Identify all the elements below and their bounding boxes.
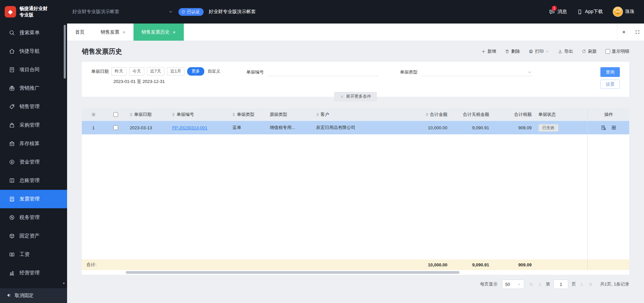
- prev-page-icon[interactable]: [537, 282, 542, 287]
- user-menu[interactable]: 珠珠: [613, 7, 635, 17]
- doc-no-input[interactable]: [268, 68, 378, 76]
- home-icon: [9, 48, 15, 54]
- cell-doc-no: FP-20230313-001: [169, 121, 229, 134]
- print-button[interactable]: 打印: [529, 48, 549, 54]
- app-download-button[interactable]: App下载: [577, 9, 603, 15]
- add-label: 新增: [487, 48, 496, 54]
- column-header-doc-type[interactable]: 单据类型: [229, 108, 266, 121]
- column-header-doc-date[interactable]: 单据日期: [126, 108, 169, 121]
- column-header-total-no-tax[interactable]: 合计无税金额: [451, 108, 493, 121]
- sidebar-item-invoice[interactable]: 发票管理: [0, 190, 67, 208]
- sort-icon[interactable]: [172, 113, 175, 116]
- column-header-tax[interactable]: 合计税额: [492, 108, 535, 121]
- sidebar-item-tax[interactable]: 税务管理: [0, 208, 67, 227]
- column-header-doc-no[interactable]: 单据编号: [169, 108, 229, 121]
- per-page-select[interactable]: 50: [502, 279, 524, 289]
- fullscreen-icon[interactable]: [631, 24, 644, 41]
- cell-total-no-tax: 9,090.91: [451, 121, 493, 134]
- tab-close-icon[interactable]: ×: [122, 30, 125, 35]
- unpin-label: 取消固定: [15, 293, 34, 299]
- tab-sales-invoice[interactable]: 销售发票 ×: [93, 24, 133, 41]
- row-checkbox[interactable]: [113, 125, 118, 130]
- show-detail-checkbox[interactable]: [605, 49, 610, 54]
- preview-doc-icon[interactable]: [601, 125, 606, 131]
- sort-icon[interactable]: [130, 113, 132, 116]
- user-name: 珠珠: [625, 9, 635, 15]
- column-header-bill-type[interactable]: 票据类型: [266, 108, 313, 121]
- sidebar-item-partial[interactable]: [0, 282, 67, 288]
- page-number-input[interactable]: [553, 279, 568, 289]
- sort-icon[interactable]: [232, 113, 235, 116]
- sidebar-item-funds[interactable]: 资金管理: [0, 153, 67, 171]
- refresh-button[interactable]: 刷新: [582, 48, 597, 54]
- date-last7days-button[interactable]: 近7天: [147, 67, 164, 76]
- close-all-icon[interactable]: ×: [617, 24, 631, 41]
- certified-badge[interactable]: 已认证: [178, 8, 204, 16]
- settings-button[interactable]: 设置: [600, 80, 620, 89]
- last-page-icon[interactable]: [588, 282, 593, 287]
- sidebar-item-project-contract[interactable]: 项目合同: [0, 60, 67, 79]
- sidebar-item-marketing[interactable]: 营销推广: [0, 79, 67, 97]
- table-row[interactable]: 1 2023-03-13 FP-20230313-001 蓝单 增值税专用...…: [82, 121, 629, 134]
- date-today-button[interactable]: 今天: [129, 67, 144, 76]
- ledger-book-icon: [9, 177, 15, 184]
- grid-more-icon[interactable]: [611, 125, 616, 130]
- title-row: 销售发票历史 新增 删除 打印: [82, 41, 629, 62]
- sidebar-item-payroll[interactable]: 工资: [0, 245, 67, 264]
- expand-more-button[interactable]: 展开更多条件: [334, 92, 377, 101]
- messages-button[interactable]: 1 消息: [549, 9, 567, 15]
- page-suffix: 页: [572, 281, 576, 287]
- tab-home[interactable]: 首页: [67, 24, 93, 41]
- column-header-status[interactable]: 单据状态: [535, 108, 581, 121]
- date-yesterday-button[interactable]: 昨天: [111, 67, 126, 76]
- chanjet-logo-icon: ◆: [5, 6, 16, 17]
- sidebar-scroll-down-icon[interactable]: ▾: [63, 281, 65, 286]
- cell-doc-type: 蓝单: [229, 121, 266, 134]
- column-label: 合计金额: [430, 112, 447, 118]
- sort-icon[interactable]: [316, 113, 319, 116]
- search-icon: [9, 30, 15, 36]
- per-page-label: 每页显示: [480, 281, 497, 287]
- tab-close-icon[interactable]: ×: [173, 30, 176, 35]
- add-button[interactable]: 新增: [481, 48, 496, 54]
- delete-button[interactable]: 删除: [505, 48, 520, 54]
- sidebar-item-operations[interactable]: 经营管理: [0, 264, 67, 282]
- show-detail-toggle[interactable]: 显示明细: [605, 48, 629, 54]
- horizontal-scrollbar-thumb[interactable]: [126, 271, 460, 274]
- sort-icon[interactable]: [426, 113, 428, 116]
- date-more-button[interactable]: 更多: [187, 67, 204, 76]
- date-custom-button[interactable]: 自定义: [207, 68, 221, 75]
- funds-coin-icon: [9, 159, 15, 165]
- doc-no-link[interactable]: FP-20230313-001: [172, 125, 207, 130]
- account-selector[interactable]: 好业财专业版演示帐套: [72, 9, 173, 15]
- sidebar-item-inventory[interactable]: 库存核算: [0, 134, 67, 153]
- column-header-customer[interactable]: 客户: [313, 108, 410, 121]
- column-settings[interactable]: [82, 108, 105, 121]
- sidebar-item-sales[interactable]: 销售管理: [0, 97, 67, 116]
- sidebar-item-purchase[interactable]: 采购管理: [0, 116, 67, 134]
- sidebar-scrollbar-thumb[interactable]: [64, 25, 66, 79]
- sidebar-item-label: 资金管理: [19, 159, 40, 165]
- column-label: 票据类型: [270, 112, 287, 118]
- select-all-checkbox[interactable]: [113, 112, 118, 117]
- sidebar-item-fixed-assets[interactable]: 固定资产: [0, 227, 67, 245]
- tab-sales-invoice-history[interactable]: 销售发票历史 ×: [133, 24, 184, 41]
- app-download-label: App下载: [585, 9, 603, 15]
- sidebar-item-ledger[interactable]: 总账管理: [0, 171, 67, 190]
- tab-label: 销售发票: [101, 29, 119, 35]
- unpin-button[interactable]: 取消固定: [0, 288, 67, 303]
- doc-type-filter-group: 单据类型: [400, 67, 532, 76]
- export-button[interactable]: 导出: [558, 48, 573, 54]
- purchase-bag-icon: [9, 122, 15, 128]
- sidebar-item-quick-nav[interactable]: 快捷导航: [0, 42, 67, 60]
- app-logo[interactable]: ◆ 畅捷通好业财 专业版: [0, 0, 67, 24]
- query-button[interactable]: 查询: [600, 67, 620, 77]
- column-header-total[interactable]: 合计金额: [410, 108, 451, 121]
- doc-type-select[interactable]: [421, 68, 532, 76]
- first-page-icon[interactable]: [529, 282, 534, 287]
- sidebar-item-search-menu[interactable]: 搜索菜单: [0, 24, 67, 42]
- date-last1month-button[interactable]: 近1月: [167, 67, 184, 76]
- sidebar-item-label: 库存核算: [19, 140, 40, 147]
- next-page-icon[interactable]: [579, 282, 584, 287]
- footer-total-no-tax: 9,090.91: [451, 259, 493, 270]
